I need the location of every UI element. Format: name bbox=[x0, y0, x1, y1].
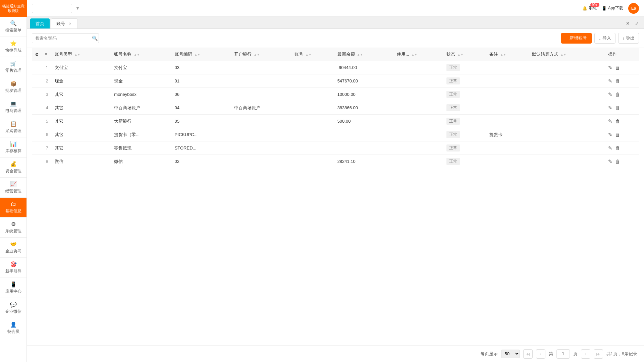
sidebar-label-retail: 零售管理 bbox=[5, 68, 21, 73]
th-balance[interactable]: 最新余额 ▲▼ bbox=[335, 48, 394, 61]
notification-button[interactable]: 🔔 消息 99+ bbox=[582, 5, 597, 11]
row-settings bbox=[32, 74, 42, 88]
row-account bbox=[292, 128, 334, 141]
sidebar-item-retail[interactable]: 🛒零售管理 bbox=[0, 57, 26, 77]
row-settings bbox=[32, 155, 42, 168]
th-status[interactable]: 状态 ▲▼ bbox=[444, 48, 486, 61]
last-page-button[interactable]: ⏭ bbox=[594, 349, 603, 359]
edit-icon[interactable]: ✎ bbox=[608, 65, 612, 71]
tab-close-icon[interactable]: ✕ bbox=[68, 21, 72, 26]
th-settings[interactable]: ⚙ bbox=[32, 48, 42, 61]
sidebar-item-ecommerce[interactable]: 💻电商管理 bbox=[0, 97, 26, 117]
top-search-input[interactable] bbox=[32, 4, 72, 13]
add-account-button[interactable]: + 新增账号 bbox=[561, 33, 592, 44]
sidebar-item-search[interactable]: 🔍搜索菜单 bbox=[0, 17, 26, 37]
export-button[interactable]: ↑ 导出 bbox=[618, 33, 639, 44]
row-action: ✎ 🗑 bbox=[605, 128, 639, 141]
th-type[interactable]: 账号类型 ▲▼ bbox=[52, 48, 111, 61]
app-download-label: App下载 bbox=[608, 5, 623, 11]
delete-icon[interactable]: 🗑 bbox=[615, 65, 620, 70]
tab-close-action[interactable]: ✕ bbox=[624, 20, 632, 27]
th-usage[interactable]: 使用... ▲▼ bbox=[394, 48, 444, 61]
delete-icon[interactable]: 🗑 bbox=[615, 92, 620, 97]
search-icon: 🔍 bbox=[10, 20, 17, 26]
delete-icon[interactable]: 🗑 bbox=[615, 145, 620, 151]
next-page-button[interactable]: › bbox=[581, 349, 590, 359]
page-size-select[interactable]: 50 100 200 bbox=[501, 350, 520, 358]
edit-icon[interactable]: ✎ bbox=[608, 132, 612, 138]
sidebar-item-basic-info[interactable]: 🗂基础信息 bbox=[0, 198, 26, 218]
sidebar-item-operations[interactable]: 📈经营管理 bbox=[0, 178, 26, 198]
edit-icon[interactable]: ✎ bbox=[608, 92, 612, 98]
first-page-button[interactable]: ⏮ bbox=[523, 349, 533, 359]
sidebar-item-agreement[interactable]: 🤝企业协同 bbox=[0, 238, 26, 258]
prev-page-button[interactable]: ‹ bbox=[536, 349, 545, 359]
header-left: ▼ bbox=[32, 4, 80, 13]
sidebar-item-member[interactable]: 👤畅会员 bbox=[0, 318, 26, 338]
sidebar-label-finance: 资金管理 bbox=[5, 168, 21, 174]
th-action: 操作 bbox=[605, 48, 639, 61]
row-settings bbox=[32, 128, 42, 141]
row-settlement bbox=[529, 128, 605, 141]
row-settings bbox=[32, 61, 42, 74]
th-remark[interactable]: 备注 ▲▼ bbox=[487, 48, 529, 61]
tab-home[interactable]: 首页 bbox=[30, 18, 50, 28]
row-type: 其它 bbox=[52, 115, 111, 128]
edit-icon[interactable]: ✎ bbox=[608, 145, 612, 151]
row-index: 8 bbox=[42, 155, 52, 168]
delete-icon[interactable]: 🗑 bbox=[615, 118, 620, 124]
sidebar-item-purchase[interactable]: 📋采购管理 bbox=[0, 117, 26, 137]
sidebar-item-finance[interactable]: 💰资金管理 bbox=[0, 158, 26, 178]
row-name: 提货卡（零... bbox=[111, 128, 172, 141]
sidebar-item-app-center[interactable]: 📱应用中心 bbox=[0, 278, 26, 298]
th-bank[interactable]: 开户银行 ▲▼ bbox=[231, 48, 292, 61]
app-download-button[interactable]: 📱 App下载 bbox=[602, 5, 623, 11]
system-icon: ⚙ bbox=[11, 221, 16, 227]
row-name: 中百商场账户 bbox=[111, 101, 172, 115]
delete-icon[interactable]: 🗑 bbox=[615, 105, 620, 111]
row-balance: 500.00 bbox=[335, 115, 394, 128]
delete-icon[interactable]: 🗑 bbox=[615, 132, 620, 137]
sidebar-item-inventory[interactable]: 📊库存核算 bbox=[0, 137, 26, 158]
status-badge: 正常 bbox=[446, 131, 460, 138]
search-input[interactable] bbox=[32, 34, 89, 43]
sidebar-label-agreement: 企业协同 bbox=[5, 248, 21, 254]
tab-maximize-action[interactable]: ⤢ bbox=[633, 20, 641, 27]
sidebar-item-enterprise-wechat[interactable]: 💬企业微信 bbox=[0, 298, 26, 318]
export-icon: ↑ bbox=[623, 36, 625, 41]
sidebar-item-beginner[interactable]: 🎯新手引导 bbox=[0, 258, 26, 278]
search-button[interactable]: 🔍 bbox=[89, 34, 99, 43]
per-page-label: 每页显示 bbox=[480, 351, 498, 357]
row-status: 正常 bbox=[444, 155, 486, 168]
row-settings bbox=[32, 141, 42, 155]
app-logo: 畅捷通好生意乐鹿版 bbox=[0, 0, 27, 17]
tab-account[interactable]: 账号 ✕ bbox=[51, 18, 78, 28]
th-account[interactable]: 账号 ▲▼ bbox=[292, 48, 334, 61]
sidebar-item-wholesale[interactable]: 📦批发管理 bbox=[0, 77, 26, 97]
edit-icon[interactable]: ✎ bbox=[608, 159, 612, 165]
import-button[interactable]: ↓ 导入 bbox=[594, 33, 615, 44]
row-type: 其它 bbox=[52, 101, 111, 115]
delete-icon[interactable]: 🗑 bbox=[615, 78, 620, 84]
user-avatar[interactable]: Ea bbox=[628, 3, 639, 14]
delete-icon[interactable]: 🗑 bbox=[615, 159, 620, 164]
dropdown-arrow-icon[interactable]: ▼ bbox=[75, 6, 80, 11]
status-badge: 正常 bbox=[446, 158, 460, 165]
edit-icon[interactable]: ✎ bbox=[608, 78, 612, 84]
page-input[interactable] bbox=[556, 349, 570, 359]
th-name[interactable]: 账号名称 ▲▼ bbox=[111, 48, 172, 61]
row-remark bbox=[487, 61, 529, 74]
edit-icon[interactable]: ✎ bbox=[608, 105, 612, 111]
row-code: 05 bbox=[172, 115, 231, 128]
th-settlement[interactable]: 默认结算方式 ▲▼ bbox=[529, 48, 605, 61]
row-index: 6 bbox=[42, 128, 52, 141]
row-action: ✎ 🗑 bbox=[605, 101, 639, 115]
notification-badge: 99+ bbox=[590, 3, 599, 7]
edit-icon[interactable]: ✎ bbox=[608, 118, 612, 124]
sidebar-item-system[interactable]: ⚙系统管理 bbox=[0, 218, 26, 238]
sidebar-item-quick-nav[interactable]: ⭐快捷导航 bbox=[0, 37, 26, 57]
row-settlement bbox=[529, 141, 605, 155]
sidebar-label-operations: 经营管理 bbox=[5, 188, 21, 194]
th-code[interactable]: 账号编码 ▲▼ bbox=[172, 48, 231, 61]
import-icon: ↓ bbox=[599, 36, 601, 41]
